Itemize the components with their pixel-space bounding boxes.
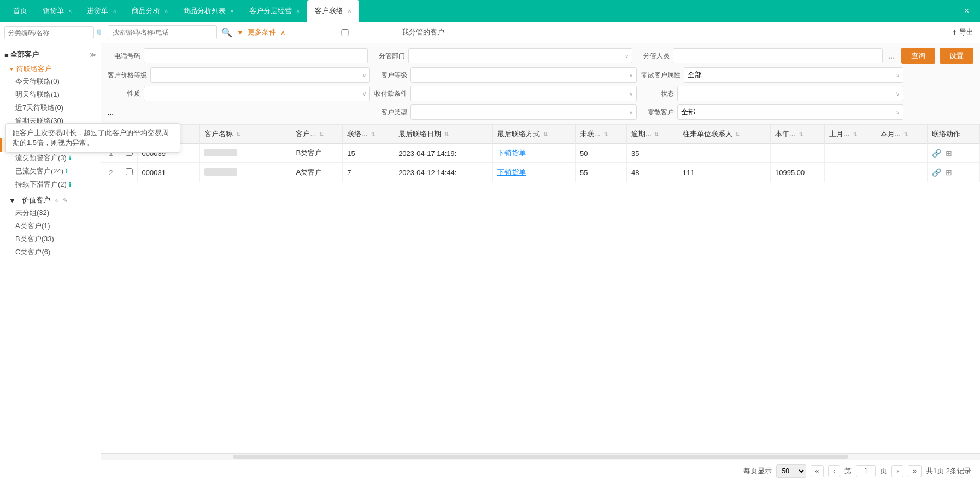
last-contact-method-sort-icon: ⇅: [543, 131, 548, 137]
row1-action-icons: 🔗 ⊞: [932, 149, 975, 158]
content-area: 🔍 ▼ 更多条件 ∧ 我分管的客户 ⬆ 导出 电话号码: [101, 22, 980, 482]
nav-customer-contact[interactable]: 客户联络 ×: [307, 0, 359, 22]
adv-filter-row4: ... 客户类型 ∨ 零散客户 全部 ∨: [108, 104, 973, 120]
sidebar-7days-pending[interactable]: 近7天待联络(0): [0, 101, 101, 114]
col-contact[interactable]: 联络... ⇅: [343, 125, 394, 144]
col-last-month[interactable]: 上月... ⇅: [825, 125, 876, 144]
continuous-down-info-icon[interactable]: ℹ: [69, 181, 71, 188]
table-row: 1 000039 B类客户 15 2023-04-17 14:19:: [101, 144, 980, 163]
tooltip-box: 距客户上次交易时长，超过了此客户的平均交易周期的1.5倍，则视为异常。: [5, 123, 180, 153]
edit2-value-group-icon[interactable]: ✎: [63, 197, 68, 204]
scatter-attr-select[interactable]: 全部 ∨: [684, 67, 903, 83]
nav-customer-tier[interactable]: 客户分层经营 ×: [242, 0, 307, 22]
table-scroll[interactable]: 客户编码 ⇅ 客户名称 ⇅ 客户... ⇅: [101, 125, 980, 453]
close-customer-tier-icon[interactable]: ×: [296, 0, 300, 22]
sidebar-already-lost[interactable]: 已流失客户(24) ℹ: [0, 165, 101, 178]
manager-input[interactable]: [673, 48, 883, 63]
per-page-select[interactable]: 50 100 200: [776, 464, 806, 478]
next-page-button[interactable]: ›: [891, 465, 903, 477]
sidebar-all-customers[interactable]: ■ 全部客户 ≫: [0, 48, 101, 62]
nav-home[interactable]: 首页: [5, 0, 35, 22]
row2-contact-person: 111: [678, 163, 770, 182]
sidebar-value-group[interactable]: ▼ 价值客户 ○ ✎: [0, 193, 101, 206]
filter-status: 状态 ∨: [641, 86, 903, 101]
sidebar-pending-group[interactable]: ▼ 待联络客户: [0, 62, 101, 75]
nav-sales-order[interactable]: 销货单 ×: [35, 0, 79, 22]
col-overdue[interactable]: 逾期... ⇅: [626, 125, 678, 144]
my-customers-checkbox[interactable]: [290, 29, 400, 36]
sidebar-a-customers[interactable]: A类客户(1): [0, 219, 101, 233]
row2-grid-icon[interactable]: ⊞: [946, 168, 952, 177]
row4-dots-icon[interactable]: ...: [108, 108, 114, 117]
filter-dept: 分管部门 ∨: [372, 48, 632, 63]
query-button[interactable]: 查询: [901, 48, 935, 64]
sidebar-continuous-down[interactable]: 持续下滑客户(2) ℹ: [0, 178, 101, 191]
col-this-month[interactable]: 本月... ⇅: [876, 125, 928, 144]
col-category[interactable]: 客户... ⇅: [291, 125, 343, 144]
row1-unpaid: 50: [576, 144, 627, 163]
scatter-customer-select[interactable]: 全部 ∨: [677, 104, 903, 120]
bottom-scrollbar[interactable]: [101, 453, 980, 460]
sidebar-b-customers[interactable]: B类客户(33): [0, 233, 101, 246]
filter-scatter-customer: 零散客户 全部 ∨: [641, 104, 903, 120]
row2-last-contact-date: 2023-04-12 14:44:: [394, 163, 493, 182]
filter-payment: 收付款条件 ∨: [374, 86, 637, 101]
sidebar-lost-pending[interactable]: 流失预警客户(3) ℹ: [0, 152, 101, 165]
customer-level-arrow-icon: ∨: [629, 72, 633, 78]
dept-select[interactable]: ∨: [408, 48, 632, 63]
status-select[interactable]: ∨: [677, 86, 903, 101]
prev-page-button[interactable]: ‹: [828, 465, 840, 477]
search-input[interactable]: [108, 25, 217, 39]
nav-product-analysis-list[interactable]: 商品分析列表 ×: [175, 0, 241, 22]
customer-level-select[interactable]: ∨: [410, 67, 637, 83]
price-level-select[interactable]: ∨: [150, 67, 370, 83]
first-page-button[interactable]: «: [811, 465, 824, 477]
row1-last-contact-method[interactable]: 下销货单: [492, 144, 575, 163]
sidebar-tomorrow-pending[interactable]: 明天待联络(1): [0, 88, 101, 101]
col-unpaid[interactable]: 未联... ⇅: [576, 125, 627, 144]
row1-overdue: 35: [626, 144, 678, 163]
sidebar-search-area: 🔍: [0, 22, 101, 44]
payment-select[interactable]: ∨: [410, 86, 637, 101]
col-name[interactable]: 客户名称 ⇅: [200, 125, 291, 144]
sidebar-search-input[interactable]: [4, 26, 94, 39]
row2-last-contact-method[interactable]: 下销货单: [492, 163, 575, 182]
nav-product-analysis[interactable]: 商品分析 ×: [124, 0, 175, 22]
nav-purchase-order[interactable]: 进货单 ×: [79, 0, 124, 22]
already-lost-info-icon[interactable]: ℹ: [66, 168, 68, 175]
sidebar-ungrouped[interactable]: 未分组(32): [0, 206, 101, 219]
setting-button[interactable]: 设置: [940, 48, 973, 64]
export-button[interactable]: ⬆ 导出: [952, 27, 973, 37]
row1-name: [200, 144, 291, 163]
manager-dots-icon[interactable]: ...: [886, 51, 897, 60]
customer-type-arrow-icon: ∨: [629, 109, 633, 115]
sidebar-c-customers[interactable]: C类客户(6): [0, 246, 101, 259]
row2-last-month: [825, 163, 876, 182]
close-purchase-order-icon[interactable]: ×: [113, 0, 116, 22]
col-last-contact-method[interactable]: 最后联络方式 ⇅: [492, 125, 575, 144]
page-number-input[interactable]: [856, 465, 876, 477]
row2-link-icon[interactable]: 🔗: [932, 168, 941, 177]
col-contact-person[interactable]: 往来单位联系人 ⇅: [678, 125, 770, 144]
sidebar-search-icon[interactable]: 🔍: [96, 29, 101, 37]
search-button[interactable]: 🔍: [221, 27, 232, 38]
row1-grid-icon[interactable]: ⊞: [946, 149, 952, 158]
collapse-icon[interactable]: ≫: [90, 51, 96, 59]
close-sales-order-icon[interactable]: ×: [68, 0, 72, 22]
more-conditions-button[interactable]: ▼ 更多条件 ∧: [237, 27, 286, 37]
nature-select[interactable]: ∨: [144, 86, 370, 101]
close-product-analysis-icon[interactable]: ×: [165, 0, 168, 22]
lost-pending-info-icon[interactable]: ℹ: [69, 155, 71, 162]
close-customer-contact-icon[interactable]: ×: [348, 0, 351, 22]
last-page-button[interactable]: »: [908, 465, 922, 477]
col-last-contact-date[interactable]: 最后联络日期 ⇅: [394, 125, 493, 144]
close-product-list-icon[interactable]: ×: [230, 0, 233, 22]
sidebar-today-pending[interactable]: 今天待联络(0): [0, 75, 101, 88]
customer-type-select[interactable]: ∨: [410, 104, 637, 120]
phone-input[interactable]: [144, 48, 368, 63]
close-all-button[interactable]: ×: [959, 6, 975, 16]
col-this-year[interactable]: 本年... ⇅: [771, 125, 825, 144]
edit-value-group-icon[interactable]: ○: [55, 197, 58, 204]
row1-link-icon[interactable]: 🔗: [932, 149, 941, 158]
row2-checkbox[interactable]: [126, 168, 133, 175]
